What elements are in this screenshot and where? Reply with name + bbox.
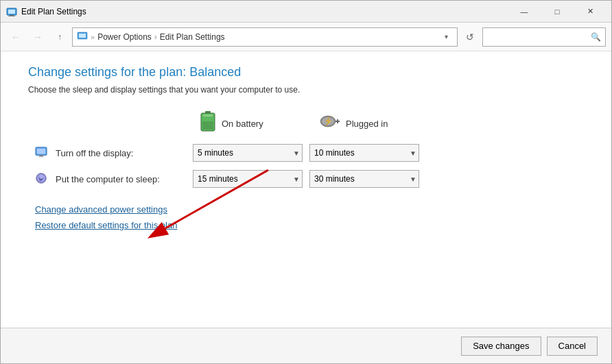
main-content: Change settings for the plan: Balanced C…	[1, 51, 611, 328]
refresh-button[interactable]: ↺	[460, 27, 480, 47]
svg-rect-16	[37, 149, 46, 154]
breadcrumb-home-icon	[77, 30, 88, 43]
window-controls: — □ ✕	[508, 1, 606, 23]
breadcrumb-separator1: »	[91, 33, 95, 41]
page-title: Change settings for the plan: Balanced	[28, 65, 584, 80]
window-icon	[6, 6, 17, 17]
on-battery-label: On battery	[222, 119, 263, 129]
cancel-button[interactable]: Cancel	[547, 337, 598, 356]
search-input[interactable]	[487, 32, 591, 42]
page-subtitle: Choose the sleep and display settings th…	[28, 85, 584, 95]
address-bar: ← → ↑ » Power Options › Edit Plan Settin…	[1, 23, 611, 51]
breadcrumb-separator2: ›	[154, 32, 157, 42]
address-dropdown-button[interactable]: ▾	[439, 28, 453, 46]
display-label: Turn off the display:	[56, 148, 193, 158]
display-dropdowns: 1 minute 2 minutes 3 minutes 5 minutes 1…	[193, 144, 419, 162]
title-bar: Edit Plan Settings — □ ✕	[1, 1, 611, 23]
sleep-on-battery-wrapper: 1 minute 2 minutes 3 minutes 5 minutes 1…	[193, 170, 303, 188]
sleep-label: Put the computer to sleep:	[56, 174, 193, 184]
svg-rect-17	[39, 156, 43, 157]
search-icon: 🔍	[591, 32, 601, 42]
sleep-icon	[35, 172, 49, 186]
display-plugged-wrapper: 1 minute 2 minutes 3 minutes 5 minutes 1…	[309, 144, 419, 162]
plugged-in-label: Plugged in	[346, 119, 388, 129]
display-on-battery-select[interactable]: 1 minute 2 minutes 3 minutes 5 minutes 1…	[193, 144, 303, 162]
display-setting-row: Turn off the display: 1 minute 2 minutes…	[35, 144, 584, 162]
restore-defaults-link[interactable]: Restore default settings for this plan	[35, 220, 584, 230]
maximize-button[interactable]: □	[541, 1, 573, 23]
svg-rect-8	[202, 121, 213, 130]
sleep-setting-row: Put the computer to sleep: 1 minute 2 mi…	[35, 170, 584, 188]
minimize-button[interactable]: —	[508, 1, 540, 23]
display-on-battery-wrapper: 1 minute 2 minutes 3 minutes 5 minutes 1…	[193, 144, 303, 162]
svg-rect-9	[203, 114, 213, 117]
sleep-on-battery-select[interactable]: 1 minute 2 minutes 3 minutes 5 minutes 1…	[193, 170, 303, 188]
save-changes-button[interactable]: Save changes	[461, 337, 541, 356]
footer: Save changes Cancel	[1, 328, 611, 363]
window-title: Edit Plan Settings	[21, 7, 508, 16]
breadcrumb-current: Edit Plan Settings	[160, 32, 225, 42]
battery-icon	[200, 111, 216, 136]
power-settings-table: On battery Plugged in	[35, 111, 584, 188]
address-input[interactable]: » Power Options › Edit Plan Settings ▾	[72, 27, 458, 47]
sleep-plugged-wrapper: 1 minute 2 minutes 3 minutes 5 minutes 1…	[309, 170, 419, 188]
advanced-settings-link[interactable]: Change advanced power settings	[35, 204, 584, 215]
up-button[interactable]: ↑	[50, 27, 69, 47]
sleep-dropdowns: 1 minute 2 minutes 3 minutes 5 minutes 1…	[193, 170, 419, 188]
sleep-plugged-select[interactable]: 1 minute 2 minutes 3 minutes 5 minutes 1…	[309, 170, 419, 188]
forward-button[interactable]: →	[28, 27, 47, 47]
search-box: 🔍	[482, 27, 606, 47]
display-icon	[35, 146, 49, 160]
plugged-in-header: Plugged in	[320, 114, 440, 132]
svg-rect-3	[8, 16, 15, 16]
column-headers: On battery Plugged in	[200, 111, 584, 136]
breadcrumb: » Power Options › Edit Plan Settings	[77, 30, 435, 43]
plugged-in-icon	[320, 114, 340, 132]
back-button[interactable]: ←	[6, 27, 25, 47]
content-area: Change settings for the plan: Balanced C…	[28, 65, 584, 230]
svg-rect-1	[8, 10, 15, 14]
main-window: Edit Plan Settings — □ ✕ ← → ↑ » Power O…	[0, 0, 612, 364]
svg-rect-18	[38, 156, 45, 157]
svg-rect-5	[79, 34, 86, 38]
display-plugged-select[interactable]: 1 minute 2 minutes 3 minutes 5 minutes 1…	[309, 144, 419, 162]
breadcrumb-parent: Power Options	[97, 32, 152, 42]
links-section: Change advanced power settings Restore d…	[35, 204, 584, 230]
close-button[interactable]: ✕	[574, 1, 606, 23]
on-battery-header: On battery	[200, 111, 320, 136]
